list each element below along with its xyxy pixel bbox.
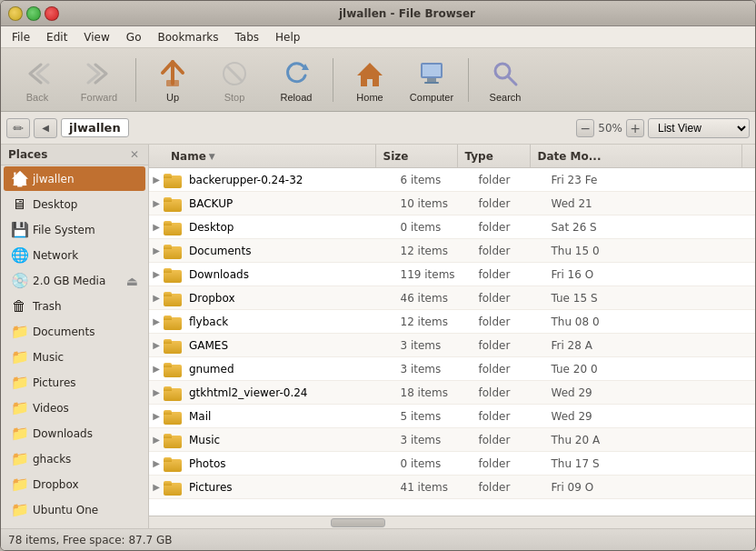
expand-arrow[interactable]: ▶ xyxy=(149,239,164,263)
close-button[interactable] xyxy=(45,6,59,21)
file-row[interactable]: ▶Dropbox46 itemsfolderTue 15 S xyxy=(149,286,755,310)
menu-bookmarks[interactable]: Bookmarks xyxy=(150,29,225,45)
zoom-in-button[interactable]: + xyxy=(626,119,644,137)
sidebar-item-file-system[interactable]: 💾File System xyxy=(4,217,145,242)
file-row[interactable]: ▶Music3 itemsfolderThu 20 A xyxy=(149,428,755,452)
home-label: Home xyxy=(356,92,383,103)
expand-arrow[interactable]: ▶ xyxy=(149,381,164,405)
sidebar-item-videos[interactable]: 📁Videos xyxy=(4,396,145,420)
menu-file[interactable]: File xyxy=(5,29,37,45)
menu-go[interactable]: Go xyxy=(119,29,149,45)
expand-arrow[interactable]: ▶ xyxy=(149,405,164,428)
menu-help[interactable]: Help xyxy=(268,29,307,45)
edit-path-button[interactable]: ✏ xyxy=(6,118,30,138)
expand-arrow[interactable]: ▶ xyxy=(149,452,164,476)
col-header-date[interactable]: Date Mo... xyxy=(531,145,743,167)
sidebar-item-jlwallen[interactable]: 🏠jlwallen xyxy=(4,166,145,191)
column-headers: Name ▼ Size Type Date Mo... xyxy=(149,145,755,168)
file-row[interactable]: ▶GAMES3 itemsfolderFri 28 A xyxy=(149,334,755,357)
file-name: gnumed xyxy=(185,363,393,376)
expand-arrow[interactable]: ▶ xyxy=(149,310,164,334)
home-button[interactable]: Home xyxy=(341,53,399,107)
file-size: 119 items xyxy=(393,268,475,281)
svg-marker-4 xyxy=(357,63,383,86)
stop-button[interactable]: Stop xyxy=(205,53,264,107)
expand-arrow[interactable]: ▶ xyxy=(149,168,164,192)
file-row[interactable]: ▶Pictures41 itemsfolderFri 09 O xyxy=(149,476,755,499)
sidebar-item-ghacks[interactable]: 📁ghacks xyxy=(4,446,145,471)
hscroll-thumb[interactable] xyxy=(331,518,385,527)
sidebar-item-network[interactable]: 🌐Network xyxy=(4,243,145,267)
maximize-button[interactable] xyxy=(26,6,41,21)
file-row[interactable]: ▶gnumed3 itemsfolderTue 20 0 xyxy=(149,357,755,381)
sidebar-item-icon: 💾 xyxy=(11,221,27,238)
view-mode-select[interactable]: List View Icon View Compact View xyxy=(648,118,750,138)
reload-button[interactable]: Reload xyxy=(267,53,325,107)
file-row[interactable]: ▶backerupper-0.24-326 itemsfolderFri 23 … xyxy=(149,168,755,192)
menu-edit[interactable]: Edit xyxy=(39,29,75,45)
file-row[interactable]: ▶BACKUP10 itemsfolderWed 21 xyxy=(149,192,755,215)
search-icon xyxy=(489,57,522,90)
folder-icon xyxy=(164,455,182,473)
menu-view[interactable]: View xyxy=(76,29,116,45)
file-row[interactable]: ▶Desktop0 itemsfolderSat 26 S xyxy=(149,215,755,239)
expand-arrow[interactable]: ▶ xyxy=(149,286,164,310)
file-row[interactable]: ▶Downloads119 itemsfolderFri 16 O xyxy=(149,263,755,286)
sidebar-item-ubuntu-one[interactable]: 📁Ubuntu One xyxy=(4,497,145,522)
col-header-size[interactable]: Size xyxy=(376,145,458,167)
file-row[interactable]: ▶Mail5 itemsfolderWed 29 xyxy=(149,405,755,428)
sidebar-item-documents[interactable]: 📁Documents xyxy=(4,319,145,344)
sidebar-item-icon: 📁 xyxy=(11,476,27,493)
file-type: folder xyxy=(475,245,548,257)
sidebar-item-label: Music xyxy=(33,351,64,364)
search-button[interactable]: Search xyxy=(476,53,534,107)
file-row[interactable]: ▶Documents12 itemsfolderThu 15 0 xyxy=(149,239,755,263)
menu-tabs[interactable]: Tabs xyxy=(228,29,267,45)
sidebar-item-desktop[interactable]: 🖥Desktop xyxy=(4,192,145,216)
file-date: Fri 09 O xyxy=(548,481,756,494)
horizontal-scrollbar[interactable] xyxy=(149,516,755,528)
sidebar-item-trash[interactable]: 🗑Trash xyxy=(4,294,145,318)
sidebar-item-pictures[interactable]: 📁Pictures xyxy=(4,370,145,395)
computer-icon xyxy=(415,57,448,90)
file-date: Wed 21 xyxy=(548,197,756,210)
sidebar-item-2.0-gb-media[interactable]: 💿2.0 GB Media⏏ xyxy=(4,268,145,293)
file-row[interactable]: ▶Photos0 itemsfolderThu 17 S xyxy=(149,452,755,476)
folder-icon xyxy=(164,431,182,449)
expand-arrow[interactable]: ▶ xyxy=(149,215,164,239)
forward-button[interactable]: Forward xyxy=(70,53,128,107)
file-row[interactable]: ▶gtkhtml2_viewer-0.2418 itemsfolderWed 2… xyxy=(149,381,755,405)
zoom-out-button[interactable]: − xyxy=(576,119,594,137)
file-row[interactable]: ▶flyback12 itemsfolderThu 08 0 xyxy=(149,310,755,334)
expand-arrow[interactable]: ▶ xyxy=(149,357,164,381)
sidebar-item-label: Videos xyxy=(33,402,69,415)
expand-arrow[interactable]: ▶ xyxy=(149,334,164,357)
expand-arrow[interactable]: ▶ xyxy=(149,192,164,215)
sidebar-item-downloads[interactable]: 📁Downloads xyxy=(4,421,145,446)
computer-button[interactable]: Computer xyxy=(403,53,461,107)
up-button[interactable]: Up xyxy=(144,53,202,107)
sidebar-close-button[interactable]: ✕ xyxy=(128,148,141,161)
sidebar-item-music[interactable]: 📁Music xyxy=(4,345,145,369)
expand-arrow[interactable]: ▶ xyxy=(149,263,164,286)
toolbar-separator-1 xyxy=(135,58,136,102)
expand-arrow[interactable]: ▶ xyxy=(149,476,164,499)
path-breadcrumb[interactable]: jlwallen xyxy=(61,118,129,137)
folder-icon xyxy=(164,384,182,402)
file-name: flyback xyxy=(185,316,393,328)
col-header-type[interactable]: Type xyxy=(458,145,531,167)
file-date: Fri 23 Fe xyxy=(548,174,756,186)
status-bar: 78 items, Free space: 87.7 GB xyxy=(1,528,755,550)
expand-arrow[interactable]: ▶ xyxy=(149,428,164,452)
file-size: 12 items xyxy=(393,316,475,328)
minimize-button[interactable] xyxy=(8,6,23,21)
folder-icon xyxy=(164,336,182,355)
eject-button[interactable]: ⏏ xyxy=(126,274,138,288)
col-header-name[interactable]: Name ▼ xyxy=(164,145,376,167)
home-icon xyxy=(353,57,386,90)
svg-rect-6 xyxy=(423,65,441,76)
file-date: Tue 15 S xyxy=(548,292,756,305)
back-button[interactable]: Back xyxy=(8,53,66,107)
sidebar-item-dropbox[interactable]: 📁Dropbox xyxy=(4,472,145,496)
nav-up-btn[interactable]: ◀ xyxy=(34,118,57,138)
